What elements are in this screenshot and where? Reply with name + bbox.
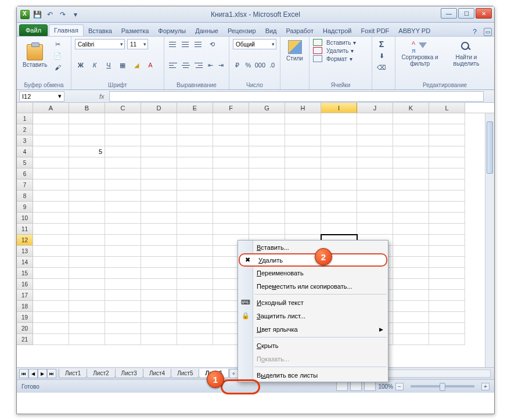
- indent-increase-icon[interactable]: ⇥: [217, 60, 226, 70]
- cell[interactable]: [105, 279, 141, 290]
- row-header[interactable]: 19: [17, 312, 33, 323]
- cell[interactable]: [33, 312, 69, 323]
- cell[interactable]: [393, 157, 429, 168]
- cell[interactable]: [69, 334, 105, 345]
- cell[interactable]: [69, 202, 105, 213]
- qat-undo-icon[interactable]: ↶: [45, 9, 55, 20]
- minimize-button[interactable]: —: [441, 8, 457, 19]
- qat-save-icon[interactable]: 💾: [32, 9, 42, 20]
- styles-button[interactable]: Стили: [284, 39, 305, 63]
- row-header[interactable]: 2: [17, 124, 33, 135]
- row-header[interactable]: 4: [17, 146, 33, 157]
- cell[interactable]: [105, 146, 141, 157]
- cell[interactable]: [33, 213, 69, 224]
- cell[interactable]: [177, 180, 213, 191]
- zoom-slider[interactable]: [411, 385, 474, 387]
- column-header[interactable]: K: [393, 103, 429, 113]
- menu-item[interactable]: 🔒Защитить лист...: [238, 309, 388, 322]
- cell[interactable]: [357, 168, 393, 180]
- cell[interactable]: [249, 113, 285, 124]
- sheet-nav-last-icon[interactable]: ⏭: [47, 369, 56, 378]
- cell[interactable]: [213, 135, 249, 146]
- column-header[interactable]: D: [141, 103, 177, 113]
- cell[interactable]: [357, 224, 393, 235]
- cell[interactable]: [321, 157, 357, 168]
- cell[interactable]: [105, 290, 141, 301]
- comma-icon[interactable]: 000: [255, 60, 265, 70]
- menu-item[interactable]: Выделить все листы: [238, 368, 388, 382]
- menu-item[interactable]: Цвет ярлычка▶: [238, 322, 388, 336]
- column-header[interactable]: A: [33, 103, 69, 113]
- cell[interactable]: [141, 157, 177, 168]
- menu-item[interactable]: Переименовать: [238, 266, 388, 279]
- cell[interactable]: [285, 202, 321, 213]
- cell[interactable]: [69, 113, 105, 124]
- cell[interactable]: [69, 246, 105, 257]
- cell[interactable]: [429, 246, 465, 257]
- sheet-tab[interactable]: Лист1: [59, 369, 87, 378]
- cell[interactable]: [393, 213, 429, 224]
- tab-formulas[interactable]: Формулы: [153, 26, 190, 36]
- cell[interactable]: [69, 168, 105, 180]
- cell[interactable]: [33, 135, 69, 146]
- cell[interactable]: [357, 113, 393, 124]
- cell[interactable]: [177, 279, 213, 290]
- cell[interactable]: [141, 323, 177, 334]
- cell[interactable]: [393, 268, 429, 279]
- cell[interactable]: [429, 279, 465, 290]
- ribbon-minimize-icon[interactable]: ▭: [484, 28, 492, 36]
- row-header[interactable]: 13: [17, 246, 33, 257]
- sheet-tab[interactable]: Лист5: [171, 369, 199, 378]
- row-header[interactable]: 3: [17, 135, 33, 146]
- cell[interactable]: [393, 246, 429, 257]
- cell[interactable]: [105, 168, 141, 180]
- cell[interactable]: [105, 135, 141, 146]
- cell[interactable]: [249, 135, 285, 146]
- tab-abbyy[interactable]: ABBYY PD: [394, 26, 435, 36]
- cell[interactable]: [177, 290, 213, 301]
- cell[interactable]: [141, 202, 177, 213]
- row-header[interactable]: 6: [17, 168, 33, 180]
- cell[interactable]: [213, 191, 249, 202]
- cell[interactable]: [69, 224, 105, 235]
- cell[interactable]: [357, 124, 393, 135]
- row-header[interactable]: 8: [17, 191, 33, 202]
- cell[interactable]: [141, 268, 177, 279]
- cell[interactable]: [249, 191, 285, 202]
- cell[interactable]: [321, 191, 357, 202]
- cell[interactable]: [429, 268, 465, 279]
- align-middle-icon[interactable]: [181, 40, 191, 49]
- cut-icon[interactable]: ✂: [52, 39, 63, 49]
- cell[interactable]: [249, 168, 285, 180]
- cell[interactable]: [213, 168, 249, 180]
- cell[interactable]: [213, 146, 249, 157]
- cell[interactable]: [69, 235, 105, 246]
- cell[interactable]: [105, 246, 141, 257]
- column-header[interactable]: J: [357, 103, 393, 113]
- cell[interactable]: [393, 191, 429, 202]
- cell[interactable]: [249, 202, 285, 213]
- cell[interactable]: [393, 334, 429, 345]
- cell[interactable]: [393, 279, 429, 290]
- cell[interactable]: [393, 301, 429, 312]
- border-button[interactable]: ▦: [117, 60, 128, 70]
- cell[interactable]: [393, 113, 429, 124]
- row-header[interactable]: 5: [17, 157, 33, 168]
- cell[interactable]: [105, 213, 141, 224]
- row-header[interactable]: 7: [17, 180, 33, 191]
- row-header[interactable]: 10: [17, 213, 33, 224]
- cell[interactable]: [105, 301, 141, 312]
- cell[interactable]: [357, 202, 393, 213]
- row-header[interactable]: 1: [17, 113, 33, 124]
- column-header[interactable]: C: [105, 103, 141, 113]
- row-header[interactable]: 9: [17, 202, 33, 213]
- cell[interactable]: [177, 168, 213, 180]
- cell[interactable]: [213, 202, 249, 213]
- cell[interactable]: [105, 202, 141, 213]
- fill-icon[interactable]: ⬇: [376, 51, 387, 61]
- cell[interactable]: [69, 135, 105, 146]
- cell[interactable]: [321, 213, 357, 224]
- cell[interactable]: [33, 157, 69, 168]
- cell[interactable]: [141, 246, 177, 257]
- sheet-tab[interactable]: Лист3: [115, 369, 143, 378]
